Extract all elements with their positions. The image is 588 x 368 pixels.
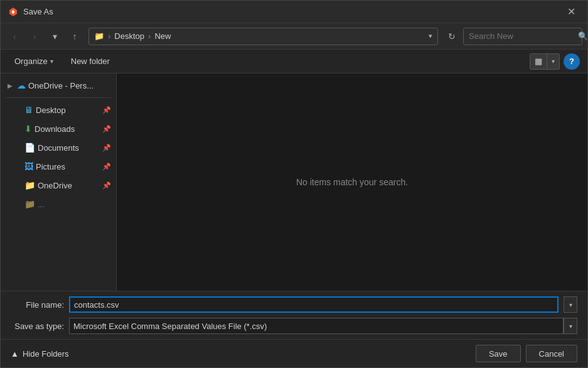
refresh-button[interactable]: ↻ xyxy=(443,28,461,45)
new-folder-button[interactable]: New folder xyxy=(65,53,116,70)
address-part-new: New xyxy=(154,31,171,41)
pin-icon: 📌 xyxy=(102,106,111,114)
hide-folders-label: Hide Folders xyxy=(23,349,69,359)
empty-message: No items match your search. xyxy=(296,177,408,187)
downloads-icon: ⬇ xyxy=(24,124,32,134)
expand-spacer xyxy=(13,106,22,114)
back-button[interactable]: ‹ xyxy=(6,28,23,45)
folder-icon: 📁 xyxy=(94,31,104,41)
save-button[interactable]: Save xyxy=(476,345,521,362)
save-as-dialog: Save As ✕ ‹ › ▾ ↑ 📁 › Desktop › New ▾ ↻ … xyxy=(0,0,588,368)
address-sep1: › xyxy=(108,31,110,41)
documents-label: Documents xyxy=(38,143,99,153)
view-button[interactable]: ▦ xyxy=(530,53,547,70)
more-label: ... xyxy=(38,200,111,209)
file-area: No items match your search. xyxy=(117,73,587,291)
downloads-label: Downloads xyxy=(35,124,99,134)
sidebar: ▶ ☁ OneDrive - Pers... 🖥 Desktop 📌 ⬇ Dow… xyxy=(1,73,117,291)
expand-spacer4 xyxy=(13,162,22,171)
bottom-area: File name: ▾ Save as type: Microsoft Exc… xyxy=(1,291,587,367)
address-bar-chevron[interactable]: ▾ xyxy=(429,32,432,40)
filetype-display[interactable]: Microsoft Excel Comma Separated Values F… xyxy=(69,318,564,334)
forward-button[interactable]: › xyxy=(26,28,43,45)
search-icon: 🔍 xyxy=(578,31,588,41)
title-bar: Save As ✕ xyxy=(1,1,587,23)
pin-icon-pic: 📌 xyxy=(102,163,111,171)
main-content: ▶ ☁ OneDrive - Pers... 🖥 Desktop 📌 ⬇ Dow… xyxy=(1,73,587,291)
expand-spacer2 xyxy=(13,124,22,133)
sidebar-item-more[interactable]: 📁 ... xyxy=(1,195,116,214)
up-button[interactable]: ↑ xyxy=(66,28,83,45)
desktop-icon: 🖥 xyxy=(24,105,33,115)
filetype-label: Save as type: xyxy=(11,322,64,331)
dialog-title: Save As xyxy=(23,7,562,16)
recent-locations-button[interactable]: ▾ xyxy=(46,28,63,45)
onedrive2-icon: 📁 xyxy=(24,180,35,190)
pictures-label: Pictures xyxy=(36,162,99,171)
filename-dropdown-button[interactable]: ▾ xyxy=(564,296,577,313)
onedrive-label: OneDrive - Pers... xyxy=(28,81,111,90)
close-button[interactable]: ✕ xyxy=(562,3,580,21)
sidebar-item-pictures[interactable]: 🖼 Pictures 📌 xyxy=(1,157,116,176)
new-folder-label: New folder xyxy=(71,57,110,66)
search-input[interactable] xyxy=(469,31,574,41)
expand-spacer3 xyxy=(13,143,22,152)
pin-icon-dl: 📌 xyxy=(102,125,111,133)
filename-label: File name: xyxy=(11,300,64,310)
address-part-desktop: Desktop xyxy=(114,31,144,41)
cancel-button[interactable]: Cancel xyxy=(526,345,577,362)
expand-icon: ▶ xyxy=(6,81,14,90)
filetype-dropdown-button[interactable]: ▾ xyxy=(564,318,577,334)
onedrive2-label: OneDrive xyxy=(38,181,99,190)
filetype-row: Save as type: Microsoft Excel Comma Sepa… xyxy=(1,318,587,339)
organize-button[interactable]: Organize ▾ xyxy=(8,53,60,70)
hide-folders-button[interactable]: ▲ Hide Folders xyxy=(11,349,69,359)
hide-folders-icon: ▲ xyxy=(11,349,19,359)
action-bar: Organize ▾ New folder ▦ ▾ ? xyxy=(1,50,587,73)
sidebar-item-downloads[interactable]: ⬇ Downloads 📌 xyxy=(1,119,116,138)
filename-input[interactable] xyxy=(69,296,559,313)
save-cancel-buttons: Save Cancel xyxy=(476,345,577,362)
organize-label: Organize xyxy=(14,57,48,66)
sidebar-item-desktop[interactable]: 🖥 Desktop 📌 xyxy=(1,100,116,119)
organize-chevron: ▾ xyxy=(50,58,53,65)
address-sep2: › xyxy=(148,31,151,41)
more-icon: 📁 xyxy=(24,199,35,209)
sidebar-item-onedrive[interactable]: ▶ ☁ OneDrive - Pers... xyxy=(1,76,116,95)
action-buttons-row: ▲ Hide Folders Save Cancel xyxy=(1,339,587,367)
view-dropdown-button[interactable]: ▾ xyxy=(547,53,560,70)
address-bar[interactable]: 📁 › Desktop › New ▾ xyxy=(88,28,438,45)
desktop-label: Desktop xyxy=(36,106,99,115)
onedrive-icon: ☁ xyxy=(17,80,26,90)
expand-spacer6 xyxy=(13,200,22,208)
search-bar[interactable]: 🔍 xyxy=(463,28,582,45)
app-icon xyxy=(8,7,18,17)
expand-spacer5 xyxy=(13,181,22,190)
pictures-icon: 🖼 xyxy=(24,161,33,171)
view-icon: ▦ xyxy=(535,57,542,66)
documents-icon: 📄 xyxy=(24,143,35,153)
toolbar: ‹ › ▾ ↑ 📁 › Desktop › New ▾ ↻ 🔍 xyxy=(1,23,587,50)
filename-row: File name: ▾ xyxy=(1,291,587,318)
sidebar-separator xyxy=(6,97,111,98)
pin-icon-doc: 📌 xyxy=(102,144,111,152)
sidebar-item-documents[interactable]: 📄 Documents 📌 xyxy=(1,138,116,157)
pin-icon-od: 📌 xyxy=(102,181,111,190)
sidebar-item-onedrive2[interactable]: 📁 OneDrive 📌 xyxy=(1,176,116,195)
help-button[interactable]: ? xyxy=(564,53,580,70)
